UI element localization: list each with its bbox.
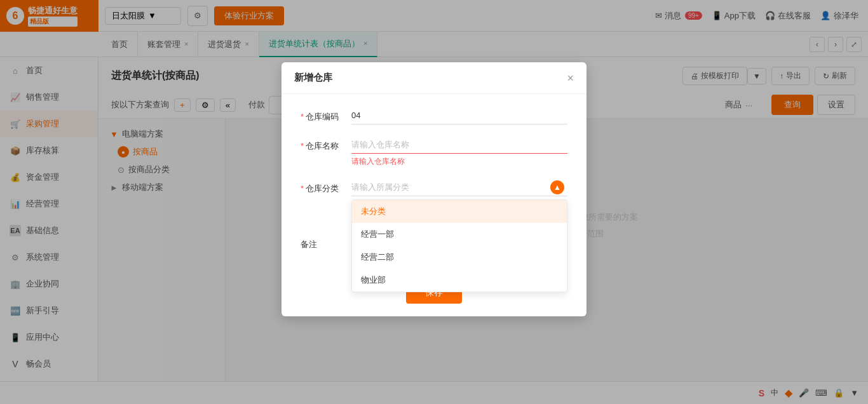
warehouse-code-row: 仓库编码 bbox=[301, 107, 567, 125]
dropdown-option-0[interactable]: 未分类 bbox=[352, 200, 567, 223]
category-label: 仓库分类 bbox=[301, 178, 351, 194]
name-label: 仓库名称 bbox=[301, 136, 351, 152]
dropdown-arrow-button[interactable]: ▲ bbox=[550, 180, 564, 194]
warehouse-category-row: 仓库分类 ▲ 未分类 经营一部 经营二部 物业部 bbox=[301, 178, 567, 196]
name-error-message: 请输入仓库名称 bbox=[351, 156, 567, 167]
dialog-body: 仓库编码 仓库名称 请输入仓库名称 仓库分类 ▲ 未分类 bbox=[281, 94, 587, 279]
new-warehouse-dialog: 新增仓库 × 仓库编码 仓库名称 请输入仓库名称 仓库分类 ▲ bbox=[281, 62, 587, 316]
warehouse-category-field: 仓库分类 ▲ 未分类 经营一部 经营二部 物业部 bbox=[301, 178, 567, 196]
warehouse-code-field: 仓库编码 bbox=[301, 107, 567, 125]
warehouse-name-input[interactable] bbox=[351, 136, 567, 154]
code-label: 仓库编码 bbox=[301, 107, 351, 123]
category-input[interactable] bbox=[351, 178, 567, 196]
dropdown-option-1[interactable]: 经营一部 bbox=[352, 223, 567, 246]
warehouse-name-row: 仓库名称 bbox=[301, 136, 567, 154]
dialog-title: 新增仓库 bbox=[294, 72, 332, 84]
warehouse-name-field: 仓库名称 请输入仓库名称 bbox=[301, 136, 567, 167]
dialog-close-button[interactable]: × bbox=[567, 72, 574, 84]
dropdown-option-2[interactable]: 经营二部 bbox=[352, 246, 567, 269]
dropdown-option-3[interactable]: 物业部 bbox=[352, 269, 567, 292]
remark-label: 备注 bbox=[301, 234, 351, 250]
dialog-header: 新增仓库 × bbox=[281, 62, 587, 94]
category-dropdown-wrap: ▲ 未分类 经营一部 经营二部 物业部 bbox=[351, 178, 567, 196]
category-dropdown-list: 未分类 经营一部 经营二部 物业部 bbox=[351, 199, 567, 292]
warehouse-code-input[interactable] bbox=[351, 107, 567, 125]
